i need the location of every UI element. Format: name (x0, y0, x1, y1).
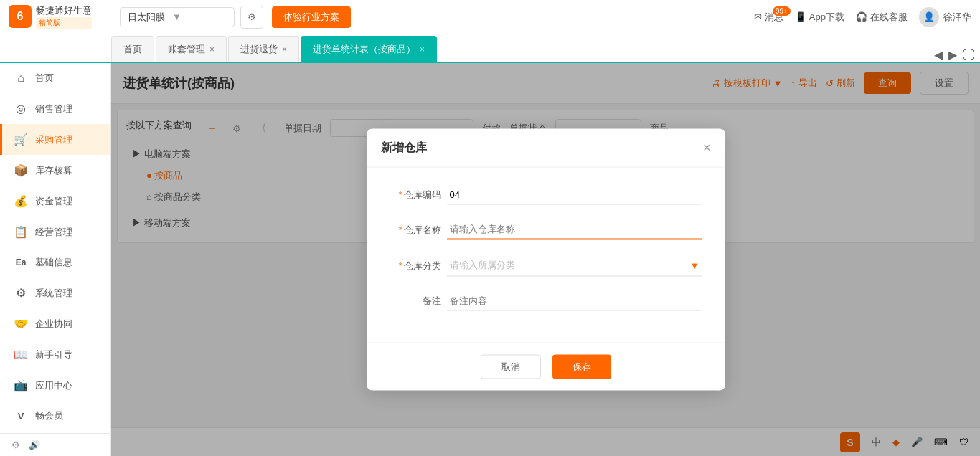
settings-icon[interactable]: ⚙ (11, 440, 20, 450)
modal-add-warehouse: 新增仓库 × 仓库编码 仓库名称 仓库分类 请输入所属分类 (367, 129, 725, 391)
sidebar-item-member[interactable]: V 畅会员 (0, 401, 110, 431)
name-label: 仓库名称 (390, 223, 447, 236)
note-label: 备注 (390, 295, 447, 308)
tab-bar: 首页 账套管理 × 进货退货 × 进货单统计表（按商品） × ◀ ▶ ⛶ (0, 34, 980, 63)
sidebar-label-basic-info: 基础信息 (35, 256, 72, 269)
enterprise-icon: 🤝 (14, 317, 28, 331)
avatar: 👤 (919, 7, 939, 27)
sidebar-label-operations: 经营管理 (35, 226, 72, 239)
code-input[interactable] (447, 185, 702, 205)
notification-item[interactable]: ✉ 消息 99+ (754, 11, 783, 24)
message-icon: ✉ (754, 11, 762, 22)
tab-accounts-close[interactable]: × (209, 44, 215, 54)
gear-button[interactable]: ⚙ (240, 6, 263, 29)
form-row-note: 备注 (390, 291, 702, 311)
customer-service-item[interactable]: 🎧 在线客服 (856, 11, 908, 24)
sidebar-label-system: 系统管理 (35, 287, 72, 300)
category-chevron-icon: ▼ (690, 260, 699, 270)
sidebar-item-guide[interactable]: 📖 新手引导 (0, 339, 110, 370)
app-download-label: App下载 (809, 11, 844, 24)
user-area[interactable]: 👤 徐泽华 (919, 7, 971, 27)
top-header: 6 畅捷通好生意 精简版 日太阳膜 ▼ ⚙ 体验行业方案 ✉ 消息 99+ 📱 … (0, 0, 980, 34)
cancel-button[interactable]: 取消 (481, 355, 541, 379)
logo-area: 6 畅捷通好生意 精简版 (9, 5, 120, 29)
content-area: 进货单统计(按商品) 🖨 按模板打印 ▼ ↑ 导出 ↺ 刷新 查询 设置 (111, 63, 980, 456)
code-label: 仓库编码 (390, 189, 447, 201)
tab-purchase-return-close[interactable]: × (282, 44, 287, 54)
sidebar-label-inventory: 库存核算 (35, 164, 72, 177)
member-icon: V (14, 411, 28, 422)
sales-icon: ◎ (14, 102, 28, 115)
chevron-down-icon: ▼ (172, 11, 182, 22)
tab-purchase-return[interactable]: 进货退货 × (228, 36, 299, 62)
sidebar-item-inventory[interactable]: 📦 库存核算 (0, 155, 110, 186)
modal-header: 新增仓库 × (367, 129, 725, 168)
logo-icon: 6 (9, 5, 32, 28)
category-placeholder: 请输入所属分类 (450, 259, 515, 272)
logo-text: 畅捷通好生意 (36, 5, 92, 17)
sidebar-label-finance: 资金管理 (35, 195, 72, 208)
guide-icon: 📖 (14, 348, 28, 361)
save-button[interactable]: 保存 (552, 355, 611, 379)
sidebar-label-member: 畅会员 (35, 409, 63, 422)
store-selector[interactable]: 日太阳膜 ▼ (120, 7, 235, 27)
sidebar-label-apps: 应用中心 (35, 379, 72, 392)
operations-icon: 📋 (14, 225, 28, 239)
mobile-icon: 📱 (795, 11, 806, 22)
main-layout: ⌂ 首页 ◎ 销售管理 🛒 采购管理 📦 库存核算 💰 资金管理 📋 经营管理 … (0, 63, 980, 456)
sidebar-item-enterprise[interactable]: 🤝 企业协同 (0, 308, 110, 339)
tab-home[interactable]: 首页 (111, 36, 154, 62)
headset-icon: 🎧 (856, 11, 867, 22)
sidebar-label-sales: 销售管理 (35, 103, 72, 115)
modal-footer: 取消 保存 (367, 343, 725, 391)
category-label: 仓库分类 (390, 259, 447, 272)
form-row-code: 仓库编码 (390, 185, 702, 205)
tab-purchase-stats-close[interactable]: × (420, 44, 425, 54)
sidebar-item-operations[interactable]: 📋 经营管理 (0, 217, 110, 247)
sidebar-item-purchase[interactable]: 🛒 采购管理 (0, 124, 110, 155)
sidebar-item-finance[interactable]: 💰 资金管理 (0, 186, 110, 217)
form-row-name: 仓库名称 (390, 219, 702, 240)
volume-icon[interactable]: 🔊 (29, 440, 40, 450)
basic-info-icon: Ea (14, 257, 28, 267)
modal-close-button[interactable]: × (703, 141, 711, 156)
sidebar-label-home: 首页 (35, 72, 54, 85)
modal-body: 仓库编码 仓库名称 仓库分类 请输入所属分类 ▼ (367, 168, 725, 343)
category-select[interactable]: 请输入所属分类 ▼ (447, 255, 702, 277)
experience-button[interactable]: 体验行业方案 (272, 6, 351, 28)
tab-purchase-return-label: 进货退货 (240, 43, 278, 56)
finance-icon: 💰 (14, 194, 28, 208)
sidebar-item-home[interactable]: ⌂ 首页 (0, 63, 110, 93)
system-icon: ⚙ (14, 286, 28, 300)
tab-next-icon[interactable]: ▶ (948, 48, 957, 62)
name-input[interactable] (447, 219, 702, 240)
tab-maximize-icon[interactable]: ⛶ (963, 49, 974, 62)
tab-purchase-stats-label: 进货单统计表（按商品） (313, 43, 415, 56)
sidebar-item-basic-info[interactable]: Ea 基础信息 (0, 247, 110, 277)
user-name: 徐泽华 (943, 11, 971, 24)
tab-accounts-label: 账套管理 (168, 43, 205, 56)
note-input[interactable] (447, 291, 702, 311)
tab-accounts[interactable]: 账套管理 × (156, 36, 227, 62)
customer-service-label: 在线客服 (870, 11, 908, 24)
sidebar-label-guide: 新手引导 (35, 348, 72, 361)
tab-purchase-stats[interactable]: 进货单统计表（按商品） × (301, 36, 437, 62)
tab-prev-icon[interactable]: ◀ (934, 48, 943, 62)
home-icon: ⌂ (14, 72, 28, 85)
apps-icon: 📺 (14, 379, 28, 392)
logo-badge: 精简版 (36, 17, 92, 29)
modal-title: 新增仓库 (381, 141, 427, 156)
sidebar: ⌂ 首页 ◎ 销售管理 🛒 采购管理 📦 库存核算 💰 资金管理 📋 经营管理 … (0, 63, 111, 456)
form-row-category: 仓库分类 请输入所属分类 ▼ (390, 255, 702, 277)
sidebar-bottom: ⚙ 🔊 (0, 433, 110, 456)
header-right: ✉ 消息 99+ 📱 App下载 🎧 在线客服 👤 徐泽华 (754, 7, 971, 27)
sidebar-label-purchase: 采购管理 (35, 133, 72, 146)
tab-controls: ◀ ▶ ⛶ (928, 48, 980, 62)
purchase-icon: 🛒 (14, 133, 28, 146)
sidebar-item-sales[interactable]: ◎ 销售管理 (0, 93, 110, 124)
sidebar-item-system[interactable]: ⚙ 系统管理 (0, 277, 110, 308)
sidebar-item-apps[interactable]: 📺 应用中心 (0, 370, 110, 401)
notification-badge: 99+ (773, 6, 791, 16)
app-download-item[interactable]: 📱 App下载 (795, 11, 844, 24)
sidebar-label-enterprise: 企业协同 (35, 318, 72, 331)
